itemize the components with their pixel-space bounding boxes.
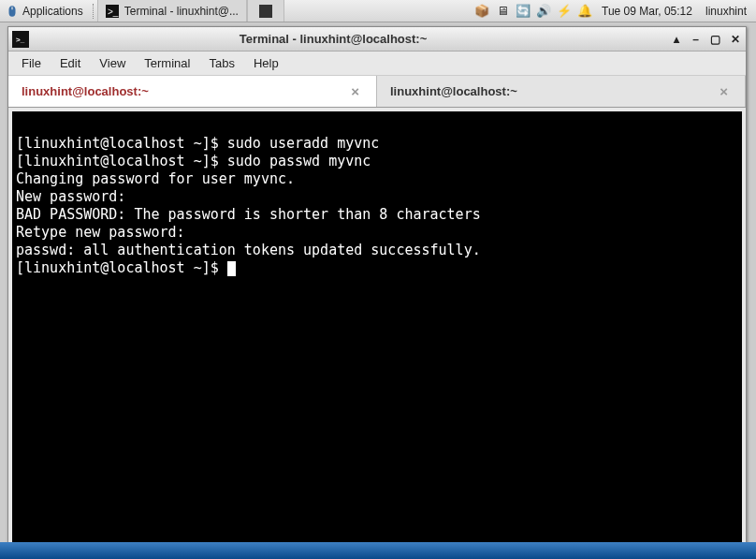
applications-menu[interactable]: Applications (0, 0, 89, 22)
close-button[interactable]: ✕ (728, 32, 742, 46)
window-icon: >_ (12, 31, 29, 48)
tab-close-icon[interactable]: × (347, 83, 363, 99)
maximize-button[interactable]: ▢ (708, 32, 722, 46)
terminal-line: [linuxhint@localhost ~]$ sudo passwd myv… (16, 153, 371, 169)
taskbar-item-app[interactable] (247, 0, 284, 22)
mouse-icon (6, 5, 19, 18)
display-icon[interactable]: 🖥 (495, 4, 510, 19)
terminal-content: [linuxhint@localhost ~]$ sudo useradd my… (16, 117, 738, 295)
rollup-button[interactable]: ▴ (669, 32, 683, 46)
menu-file[interactable]: File (14, 53, 49, 73)
separator (93, 4, 94, 19)
taskbar-item-terminal[interactable]: >_ Terminal - linuxhint@... (97, 0, 247, 22)
tab-1[interactable]: linuxhint@localhost:~ × (8, 76, 377, 107)
applications-label: Applications (22, 5, 83, 18)
terminal-line: Changing password for user myvnc. (16, 170, 295, 187)
terminal-line: [linuxhint@localhost ~]$ (16, 259, 227, 276)
user-menu[interactable]: linuxhint (702, 5, 750, 18)
notifications-icon[interactable]: 🔔 (577, 4, 592, 19)
terminal-line: New password: (16, 188, 125, 205)
terminal-icon: >_ (106, 5, 119, 18)
window-buttons: ▴ – ▢ ✕ (669, 32, 742, 46)
menubar: File Edit View Terminal Tabs Help (8, 51, 746, 76)
terminal-line: passwd: all authentication tokens update… (16, 242, 481, 258)
svg-rect-2 (259, 5, 272, 18)
package-icon[interactable]: 📦 (474, 4, 489, 19)
clock[interactable]: Tue 09 Mar, 05:12 (598, 5, 696, 18)
window-titlebar[interactable]: >_ Terminal - linuxhint@localhost:~ ▴ – … (8, 27, 746, 51)
tab-label: linuxhint@localhost:~ (22, 84, 149, 98)
terminal-line: Retype new password: (16, 224, 185, 241)
system-tray: 📦 🖥 🔄 🔊 ⚡ 🔔 Tue 09 Mar, 05:12 linuxhint (469, 0, 756, 22)
updates-icon[interactable]: 🔄 (516, 4, 531, 19)
tab-label: linuxhint@localhost:~ (390, 84, 517, 98)
svg-text:>_: >_ (16, 36, 25, 44)
terminal-window: >_ Terminal - linuxhint@localhost:~ ▴ – … (7, 26, 747, 547)
menu-terminal[interactable]: Terminal (137, 53, 197, 73)
top-panel: Applications >_ Terminal - linuxhint@...… (0, 0, 756, 22)
menu-help[interactable]: Help (246, 53, 286, 73)
volume-icon[interactable]: 🔊 (536, 4, 551, 19)
minimize-button[interactable]: – (689, 32, 703, 46)
terminal-line: [linuxhint@localhost ~]$ sudo useradd my… (16, 135, 379, 152)
window-title: Terminal - linuxhint@localhost:~ (35, 32, 669, 46)
battery-icon[interactable]: ⚡ (557, 4, 572, 19)
tab-bar: linuxhint@localhost:~ × linuxhint@localh… (8, 76, 746, 108)
menu-view[interactable]: View (92, 53, 133, 73)
menu-edit[interactable]: Edit (52, 53, 88, 73)
terminal-line: BAD PASSWORD: The password is shorter th… (16, 206, 481, 223)
tab-2[interactable]: linuxhint@localhost:~ × (377, 76, 746, 107)
bottom-dock[interactable] (0, 542, 756, 559)
app-icon (259, 5, 272, 18)
cursor (227, 261, 236, 276)
svg-text:>_: >_ (108, 7, 119, 17)
tab-close-icon[interactable]: × (716, 83, 732, 99)
terminal-icon: >_ (15, 34, 26, 45)
menu-tabs[interactable]: Tabs (201, 53, 241, 73)
taskbar-item-label: Terminal - linuxhint@... (124, 5, 239, 18)
terminal-viewport[interactable]: [linuxhint@localhost ~]$ sudo useradd my… (12, 111, 742, 542)
